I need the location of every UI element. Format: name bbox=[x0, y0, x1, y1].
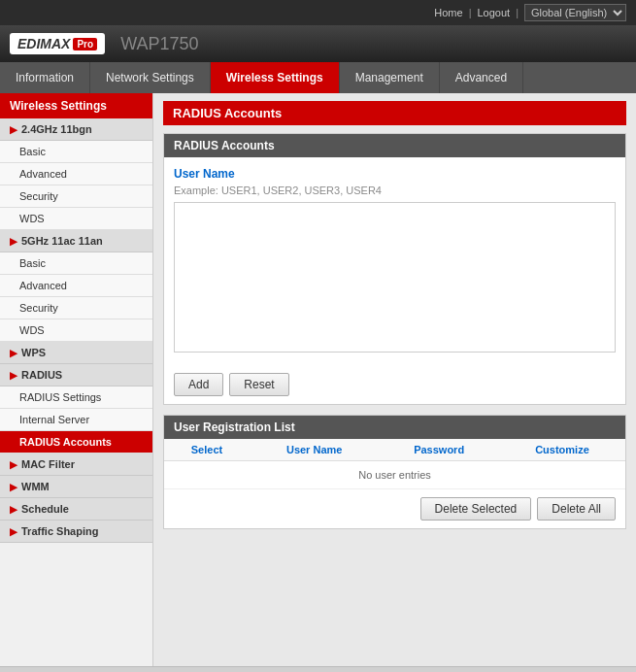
sidebar-item-internal-server[interactable]: Internal Server bbox=[0, 409, 152, 431]
logo-edimax: EDIMAX bbox=[17, 36, 70, 51]
sidebar-item-5-basic[interactable]: Basic bbox=[0, 252, 152, 275]
sidebar-title: Wireless Settings bbox=[0, 93, 152, 118]
user-registration-section: User Registration List Select User Name … bbox=[163, 415, 626, 529]
nav-information[interactable]: Information bbox=[0, 62, 90, 93]
group-traffic: ▶ Traffic Shaping bbox=[0, 521, 152, 543]
group-wps-label: WPS bbox=[21, 347, 46, 358]
arrow-mac: ▶ bbox=[10, 459, 17, 470]
table-header-row: Select User Name Password Customize bbox=[164, 439, 625, 461]
nav-advanced[interactable]: Advanced bbox=[440, 62, 523, 93]
radius-accounts-section: RADIUS Accounts User Name Example: USER1… bbox=[163, 133, 626, 405]
col-username: User Name bbox=[250, 439, 379, 461]
group-wps-header[interactable]: ▶ WPS bbox=[0, 342, 152, 364]
username-hint: Example: USER1, USER2, USER3, USER4 bbox=[174, 185, 616, 196]
list-actions: Delete Selected Delete All bbox=[164, 489, 625, 528]
col-customize: Customize bbox=[499, 439, 625, 461]
content-area: RADIUS Accounts RADIUS Accounts User Nam… bbox=[153, 93, 636, 666]
delete-all-button[interactable]: Delete All bbox=[537, 497, 616, 521]
arrow-5ghz: ▶ bbox=[10, 236, 17, 247]
group-radius-label: RADIUS bbox=[21, 369, 62, 381]
group-24ghz-label: 2.4GHz 11bgn bbox=[21, 123, 92, 135]
group-wmm-header[interactable]: ▶ WMM bbox=[0, 476, 152, 498]
sidebar-item-5-advanced[interactable]: Advanced bbox=[0, 275, 152, 297]
section2-header: User Registration List bbox=[164, 416, 625, 439]
username-textarea[interactable] bbox=[174, 202, 616, 353]
language-select[interactable]: Global (English) bbox=[524, 4, 626, 21]
username-label: User Name bbox=[174, 167, 616, 181]
sidebar-item-radius-accounts[interactable]: RADIUS Accounts bbox=[0, 431, 152, 454]
sep1: | bbox=[469, 7, 472, 18]
col-password: Password bbox=[379, 439, 498, 461]
col-select: Select bbox=[164, 439, 250, 461]
logo-area: EDIMAX Pro WAP1750 bbox=[10, 33, 626, 54]
delete-selected-button[interactable]: Delete Selected bbox=[420, 497, 532, 521]
sidebar-item-24-basic[interactable]: Basic bbox=[0, 141, 152, 163]
group-wmm-label: WMM bbox=[21, 481, 50, 492]
group-mac-filter: ▶ MAC Filter bbox=[0, 454, 152, 476]
section1-header: RADIUS Accounts bbox=[164, 134, 625, 157]
group-5ghz: ▶ 5GHz 11ac 11an Basic Advanced Security… bbox=[0, 230, 152, 342]
nav-management[interactable]: Management bbox=[340, 62, 440, 93]
group-wps: ▶ WPS bbox=[0, 342, 152, 364]
group-24ghz: ▶ 2.4GHz 11bgn Basic Advanced Security W… bbox=[0, 118, 152, 230]
top-bar: Home | Logout | Global (English) bbox=[0, 0, 636, 25]
sidebar-item-24-security[interactable]: Security bbox=[0, 185, 152, 208]
logo-pro: Pro bbox=[73, 38, 97, 50]
group-5ghz-label: 5GHz 11ac 11an bbox=[21, 235, 103, 247]
sidebar-item-5-wds[interactable]: WDS bbox=[0, 319, 152, 342]
group-mac-label: MAC Filter bbox=[21, 458, 75, 470]
add-button[interactable]: Add bbox=[174, 373, 223, 396]
arrow-radius: ▶ bbox=[10, 370, 17, 381]
sidebar-item-radius-settings[interactable]: RADIUS Settings bbox=[0, 386, 152, 409]
sidebar-item-24-advanced[interactable]: Advanced bbox=[0, 163, 152, 185]
reset-button[interactable]: Reset bbox=[229, 373, 288, 396]
group-schedule-label: Schedule bbox=[21, 503, 69, 515]
sep2: | bbox=[516, 7, 519, 18]
group-mac-filter-header[interactable]: ▶ MAC Filter bbox=[0, 454, 152, 476]
empty-row: No user entries bbox=[164, 461, 625, 489]
user-list-table: Select User Name Password Customize No u… bbox=[164, 439, 625, 489]
form-area: User Name Example: USER1, USER2, USER3, … bbox=[164, 157, 625, 365]
header: EDIMAX Pro WAP1750 bbox=[0, 25, 636, 62]
group-wmm: ▶ WMM bbox=[0, 476, 152, 498]
footer: Copyright 2014 © EDIMAX Technology Co., … bbox=[0, 666, 636, 672]
page-title: RADIUS Accounts bbox=[163, 101, 626, 125]
arrow-wmm: ▶ bbox=[10, 482, 17, 492]
group-schedule-header[interactable]: ▶ Schedule bbox=[0, 498, 152, 521]
arrow-24ghz: ▶ bbox=[10, 124, 17, 135]
group-radius: ▶ RADIUS RADIUS Settings Internal Server… bbox=[0, 364, 152, 454]
sidebar: Wireless Settings ▶ 2.4GHz 11bgn Basic A… bbox=[0, 93, 153, 666]
arrow-wps: ▶ bbox=[10, 348, 17, 358]
group-radius-header[interactable]: ▶ RADIUS bbox=[0, 364, 152, 386]
empty-msg: No user entries bbox=[164, 461, 625, 489]
form-buttons: Add Reset bbox=[164, 365, 625, 404]
group-5ghz-header[interactable]: ▶ 5GHz 11ac 11an bbox=[0, 230, 152, 252]
group-traffic-header[interactable]: ▶ Traffic Shaping bbox=[0, 521, 152, 543]
device-name: WAP1750 bbox=[120, 34, 198, 54]
group-24ghz-header[interactable]: ▶ 2.4GHz 11bgn bbox=[0, 118, 152, 141]
group-traffic-label: Traffic Shaping bbox=[21, 525, 98, 537]
arrow-traffic: ▶ bbox=[10, 526, 17, 537]
logout-link[interactable]: Logout bbox=[477, 7, 510, 18]
nav-network-settings[interactable]: Network Settings bbox=[90, 62, 211, 93]
sidebar-item-24-wds[interactable]: WDS bbox=[0, 208, 152, 230]
arrow-schedule: ▶ bbox=[10, 504, 17, 515]
logo-box: EDIMAX Pro bbox=[10, 33, 105, 54]
nav-wireless-settings[interactable]: Wireless Settings bbox=[211, 62, 340, 93]
main-nav: Information Network Settings Wireless Se… bbox=[0, 62, 636, 93]
sidebar-item-5-security[interactable]: Security bbox=[0, 297, 152, 319]
group-schedule: ▶ Schedule bbox=[0, 498, 152, 521]
home-link[interactable]: Home bbox=[434, 7, 462, 18]
main-layout: Wireless Settings ▶ 2.4GHz 11bgn Basic A… bbox=[0, 93, 636, 666]
